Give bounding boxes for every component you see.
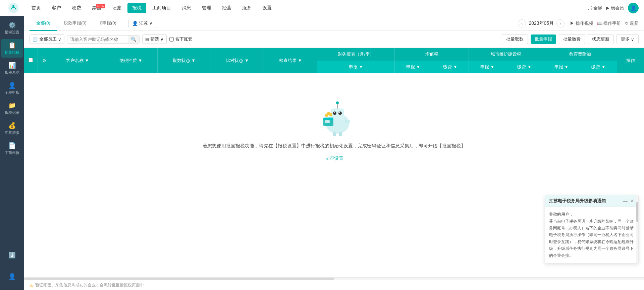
tax-records-icon: 📁 bbox=[8, 102, 16, 109]
batch-pay-button[interactable]: 批量缴费 bbox=[559, 34, 585, 44]
batch-declare-button[interactable]: 批量申报 bbox=[531, 34, 556, 44]
employee-select[interactable]: 🧾 全部员工 ∨ bbox=[30, 34, 64, 44]
region-selector[interactable]: 👤 江苏 ∨ bbox=[128, 19, 156, 28]
sidebar-label-tax-summary: 报税总览 bbox=[5, 70, 19, 75]
svg-rect-7 bbox=[339, 112, 340, 113]
refresh-action[interactable]: ↻ 刷新 bbox=[625, 20, 639, 26]
settings-icon[interactable]: ⚙ bbox=[42, 58, 46, 63]
sort-icon2: ▼ bbox=[138, 58, 142, 63]
sidebar-item-tax-records[interactable]: 📁 报税记录 bbox=[1, 99, 23, 118]
filter-label: 筛选 bbox=[150, 36, 159, 42]
th-action: 操作 bbox=[617, 48, 644, 73]
filter-icon: ⊞ bbox=[145, 37, 149, 42]
nav-service[interactable]: 服务 bbox=[237, 3, 256, 13]
sidebar-item-annual-report[interactable]: 📄 工商年报 bbox=[1, 139, 23, 158]
download-icon: ⬇️ bbox=[8, 251, 16, 259]
sidebar-item-settlement[interactable]: 💰 汇算清缴 bbox=[1, 119, 23, 138]
th-settings: ⚙ bbox=[38, 48, 51, 73]
th-education: 教育费附加 bbox=[543, 48, 617, 61]
tax-summary-icon: 📊 bbox=[8, 62, 16, 69]
tab-all[interactable]: 全部(0) bbox=[30, 16, 57, 31]
th-check-result: 检查结果 ▼ bbox=[264, 48, 317, 73]
warning-icon: ⚠ bbox=[30, 283, 33, 288]
horizontal-scrollbar[interactable] bbox=[24, 277, 644, 280]
sidebar-item-batch-tax[interactable]: 📋 批量报税 bbox=[1, 39, 23, 58]
period-prev-button[interactable]: ‹ bbox=[518, 19, 526, 27]
personal-tax-icon: 👤 bbox=[8, 82, 16, 89]
batch-fetch-button[interactable]: 批量取数 bbox=[502, 34, 528, 44]
new-badge: NEW bbox=[96, 4, 105, 8]
tab-tax-declare[interactable]: 税款申报(0) bbox=[57, 16, 93, 31]
nav-industrial[interactable]: 工商项目 bbox=[148, 3, 176, 13]
more-chevron-icon: ∨ bbox=[631, 37, 634, 42]
bottom-bar: ⚠ 验证账密、采集信息均成功的企业才会流转至批量报税页面中 bbox=[24, 280, 644, 290]
nav-customer[interactable]: 客户 bbox=[47, 3, 66, 13]
video-icon: ▶ bbox=[570, 21, 574, 26]
sort-icon8: ▼ bbox=[453, 64, 458, 69]
period-nav: ‹ 2023年05月 › bbox=[518, 19, 565, 27]
th-edu-pay: 缴费 ▼ bbox=[580, 61, 617, 73]
member-button[interactable]: ▶ 畅会员 bbox=[606, 5, 624, 11]
manual-label: 操作手册 bbox=[603, 21, 621, 26]
video-label: 操作视频 bbox=[576, 21, 593, 26]
nav-home[interactable]: 首页 bbox=[27, 3, 46, 13]
svg-rect-17 bbox=[333, 132, 336, 136]
svg-point-14 bbox=[329, 113, 332, 116]
sort-icon6: ▼ bbox=[359, 64, 363, 69]
accounts-checkbox[interactable] bbox=[169, 37, 174, 42]
video-action[interactable]: ▶ 操作视频 bbox=[570, 20, 593, 26]
sidebar-item-tax-settings[interactable]: ⚙️ 报税设置 bbox=[1, 19, 23, 38]
filter-button[interactable]: ⊞ 筛选 ∨ bbox=[142, 34, 167, 44]
notification-minimize-button[interactable]: — bbox=[623, 198, 628, 204]
sort-icon5: ▼ bbox=[298, 58, 302, 63]
robot-illustration bbox=[314, 93, 354, 134]
tab-zero-declare[interactable]: 0申报(0) bbox=[93, 16, 123, 31]
status-update-button[interactable]: 状态更新 bbox=[588, 34, 614, 44]
notification-scrollbar[interactable] bbox=[636, 195, 638, 263]
sort-icon9: ▼ bbox=[490, 64, 494, 69]
accounts-checkbox-label[interactable]: 名下账套 bbox=[169, 36, 193, 42]
th-city-declare: 申报 ▼ bbox=[469, 61, 506, 73]
sidebar-item-tax-summary[interactable]: 📊 报税总览 bbox=[1, 59, 23, 78]
batch-tax-icon: 📋 bbox=[8, 42, 16, 49]
period-next-button[interactable]: › bbox=[556, 19, 565, 27]
svg-rect-11 bbox=[323, 118, 333, 120]
sidebar-item-user[interactable]: 👤 bbox=[1, 267, 23, 286]
fullscreen-button[interactable]: ⛶ 全屏 bbox=[588, 5, 602, 11]
user-icon: 👤 bbox=[8, 273, 16, 280]
empty-state: 若您想使用批量报税功能，请先在【报税设置】中进行报税的初始化设置，完成密码验证和… bbox=[24, 73, 644, 182]
th-compare-status: 比对状态 ▼ bbox=[211, 48, 264, 73]
sidebar-item-personal-tax[interactable]: 👤 个税申报 bbox=[1, 79, 23, 98]
sort-icon12: ▼ bbox=[601, 64, 606, 69]
th-client-name: 客户名称 ▼ bbox=[51, 48, 104, 73]
nav-accounting[interactable]: 记账 bbox=[107, 3, 126, 13]
nav-operation[interactable]: 经营 bbox=[217, 3, 236, 13]
select-all-checkbox[interactable] bbox=[29, 58, 33, 62]
logo-icon bbox=[5, 0, 21, 16]
search-button[interactable]: 🔍 bbox=[128, 35, 139, 43]
setup-link[interactable]: 立即设置 bbox=[325, 155, 343, 161]
th-checkbox bbox=[24, 48, 38, 73]
search-input[interactable] bbox=[67, 35, 128, 43]
th-edu-declare: 申报 ▼ bbox=[543, 61, 580, 73]
svg-point-1 bbox=[12, 5, 14, 7]
settlement-icon: 💰 bbox=[8, 122, 16, 129]
svg-rect-18 bbox=[339, 132, 342, 136]
notification-close-button[interactable]: ✕ bbox=[630, 198, 634, 204]
fullscreen-label: 全屏 bbox=[593, 5, 602, 11]
nav-manage[interactable]: 管理 bbox=[197, 3, 216, 13]
nav-tax[interactable]: 报税 bbox=[127, 3, 146, 13]
sidebar-label-settlement: 汇算清缴 bbox=[5, 131, 19, 135]
nav-invoice[interactable]: 票据 NEW bbox=[87, 3, 106, 13]
nav-billing[interactable]: 收费 bbox=[67, 3, 86, 13]
nav-message[interactable]: 消息 bbox=[177, 3, 196, 13]
nav-settings[interactable]: 设置 bbox=[258, 3, 276, 13]
sidebar-label-batch-tax: 批量报税 bbox=[5, 50, 19, 55]
employee-select-label: 全部员工 bbox=[39, 36, 57, 42]
more-button[interactable]: 更多 ∨ bbox=[616, 34, 639, 44]
user-avatar[interactable]: 👤 bbox=[628, 3, 639, 13]
notif-scroll-thumb bbox=[636, 202, 638, 222]
sidebar-item-download[interactable]: ⬇️ bbox=[1, 246, 23, 265]
manual-action[interactable]: 📖 操作手册 bbox=[597, 20, 621, 26]
toolbar-right: 批量取数 批量申报 批量缴费 状态更新 更多 ∨ bbox=[502, 34, 639, 44]
